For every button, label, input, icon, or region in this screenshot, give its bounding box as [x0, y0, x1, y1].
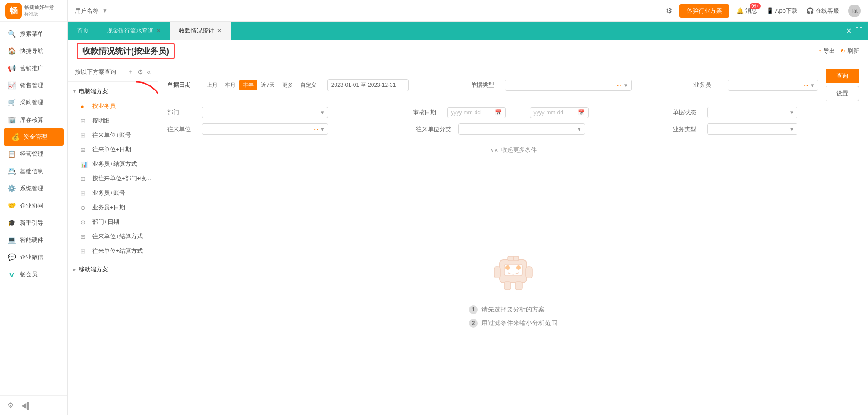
scheme-item-staff-account[interactable]: ⊞ 业务员+账号 [68, 186, 158, 200]
member-icon: V [7, 271, 16, 278]
review-date-from-input[interactable]: yyyy-mm-dd 📅 [447, 107, 506, 118]
home-icon: 🏠 [7, 47, 16, 55]
date-btn-7days[interactable]: 近7天 [257, 80, 278, 90]
scheme-item-staff-payment-label: 业务员+结算方式 [92, 160, 137, 168]
notification-area[interactable]: 🔔 消息 99+ [736, 7, 757, 15]
date-separator: 至 [361, 81, 366, 89]
sidebar-item-marketing[interactable]: 📢 营销推广 [0, 60, 67, 77]
bell-icon: 🔔 [736, 7, 744, 14]
bill-type-more-icon[interactable]: ··· [617, 82, 622, 89]
scheme-item-counterparty-date[interactable]: ⊞ 往来单位+日期 [68, 142, 158, 157]
empty-step-1: 1 请先选择要分析的方案 [469, 305, 557, 314]
review-date-dash: — [513, 109, 523, 116]
wechat-icon: 💬 [7, 253, 16, 261]
tab-receipt-stats-close-icon[interactable]: ✕ [217, 28, 222, 34]
sidebar-item-corp[interactable]: 🤝 企业协同 [0, 197, 67, 214]
scheme-settings-icon[interactable]: ⚙ [137, 68, 143, 75]
sidebar-item-finance[interactable]: 💰 资金管理 [4, 128, 64, 146]
logo-text: 畅捷通好生意 [24, 4, 54, 10]
page-actions: ↑ 导出 ↻ 刷新 [819, 47, 859, 55]
sidebar-item-member[interactable]: V 畅会员 [0, 266, 67, 283]
sidebar-item-quicknav[interactable]: 🏠 快捷导航 [0, 42, 67, 60]
chevron-right-icon: ▸ [73, 266, 76, 273]
scheme-item-counterparty-payment2[interactable]: ⊞ 往来单位+结算方式 [68, 244, 158, 258]
scheme-item-by-staff-label: 按业务员 [92, 102, 116, 110]
sidebar-item-wechat[interactable]: 💬 企业微信 [0, 249, 67, 266]
settings-bottom-icon[interactable]: ⚙ [7, 401, 14, 410]
refresh-button[interactable]: ↻ 刷新 [840, 47, 859, 55]
step-1-text: 请先选择要分析的方案 [481, 306, 545, 314]
mobile-scheme-header[interactable]: ▸ 移动端方案 [68, 262, 158, 277]
date-btn-this-month[interactable]: 本月 [221, 80, 239, 90]
tab-receipt-stats[interactable]: 收款情况统计 ✕ [170, 22, 231, 40]
sidebar-item-purchase-label: 采购管理 [20, 99, 43, 107]
sidebar-item-guide[interactable]: 🎓 新手引导 [0, 214, 67, 231]
scheme-item-staff-date[interactable]: ⊙ 业务员+日期 [68, 200, 158, 215]
scheme-item-staff-date-label: 业务员+日期 [92, 203, 125, 212]
collapse-sidebar-icon[interactable]: ◀‖ [21, 401, 30, 410]
counterparty-select[interactable]: ··· ▾ [202, 123, 328, 135]
tab-bank-flow[interactable]: 现金银行流水查询 ✕ [98, 22, 170, 40]
empty-illustration [486, 242, 540, 296]
desktop-scheme-header[interactable]: ▾ 电脑端方案 [68, 84, 158, 99]
online-service-btn[interactable]: 🎧 在线客服 [807, 7, 839, 15]
scheme-item-staff-payment[interactable]: 📊 业务员+结算方式 [68, 157, 158, 171]
sidebar-item-basic-label: 基础信息 [20, 167, 43, 175]
calendar-from-icon[interactable]: 📅 [495, 109, 502, 116]
scheme-item-detail[interactable]: ⊞ 按明细 [68, 113, 158, 128]
tab-fullscreen-icon[interactable]: ⛶ [855, 27, 863, 35]
date-btn-more[interactable]: 更多 [278, 80, 297, 90]
counterparty-category-select[interactable]: ▾ [458, 123, 585, 135]
counterparty-payment2-icon: ⊞ [80, 248, 90, 255]
query-button[interactable]: 查询 [826, 69, 859, 83]
staff-select[interactable]: ··· ▾ [728, 80, 818, 91]
staff-more-icon[interactable]: ··· [803, 82, 808, 89]
tab-home[interactable]: 首页 [68, 22, 98, 40]
date-field-label: 单据日期 [167, 81, 192, 89]
sidebar-item-system[interactable]: ⚙️ 系统管理 [0, 180, 67, 197]
collapse-bar[interactable]: ∧∧ 收起更多条件 [158, 141, 868, 159]
breadcrumb-dropdown-icon[interactable]: ▼ [102, 8, 108, 14]
query-btn-group: 查询 设置 [826, 69, 859, 101]
collapse-label: 收起更多条件 [501, 146, 537, 154]
scheme-item-dept-date[interactable]: ⊙ 部门+日期 [68, 215, 158, 229]
sidebar-item-operation[interactable]: 📋 经营管理 [0, 146, 67, 163]
tab-bank-flow-close-icon[interactable]: ✕ [156, 28, 161, 34]
sidebar-item-inventory[interactable]: 🏢 库存核算 [0, 111, 67, 128]
dept-select[interactable]: ▾ [202, 107, 328, 118]
scheme-item-counterparty-account-label: 往来单位+账号 [92, 131, 131, 139]
scheme-item-counterparty-dept[interactable]: ⊞ 按往来单位+部门+收... [68, 171, 158, 186]
sidebar-item-basic[interactable]: 📇 基础信息 [0, 163, 67, 180]
sidebar: 畅 畅捷通好生意 标准版 🔍 搜索菜单 🏠 快捷导航 📢 营销推广 📈 销售管理… [0, 0, 68, 415]
sidebar-item-purchase[interactable]: 🛒 采购管理 [0, 94, 67, 111]
export-label: 导出 [823, 47, 835, 55]
collapse-panel-icon[interactable]: « [147, 68, 151, 75]
counterparty-more-icon[interactable]: ··· [313, 126, 318, 132]
sidebar-item-sales[interactable]: 📈 销售管理 [0, 77, 67, 94]
sidebar-bottom: ⚙ ◀‖ [0, 395, 67, 415]
business-type-select[interactable]: ▾ [707, 123, 797, 135]
calendar-to-icon[interactable]: 📅 [578, 109, 585, 116]
scheme-item-counterparty-account[interactable]: ⊞ 往来单位+账号 [68, 128, 158, 142]
date-btn-this-year[interactable]: 本年 [239, 80, 257, 90]
tab-close-all-icon[interactable]: ✕ [846, 27, 852, 35]
gear-settings-icon[interactable]: ⚙ [666, 6, 672, 15]
set-button[interactable]: 设置 [826, 86, 859, 101]
scheme-item-counterparty-payment1[interactable]: ⊞ 往来单位+结算方式 [68, 229, 158, 244]
trial-button[interactable]: 体验行业方案 [679, 4, 729, 18]
date-range-input[interactable]: 2023-01-01 至 2023-12-31 [327, 79, 409, 91]
bill-type-select[interactable]: ··· ▾ [505, 80, 632, 91]
user-avatar[interactable]: Rit [848, 5, 861, 17]
review-date-to-input[interactable]: yyyy-mm-dd 📅 [530, 107, 589, 118]
app-download-btn[interactable]: 📱 App下载 [766, 7, 797, 15]
date-btn-custom[interactable]: 自定义 [297, 80, 320, 90]
export-button[interactable]: ↑ 导出 [819, 47, 835, 55]
date-btn-last-month[interactable]: 上月 [203, 80, 221, 90]
sidebar-item-hardware[interactable]: 💻 智能硬件 [0, 231, 67, 249]
add-scheme-icon[interactable]: ＋ [127, 68, 134, 76]
counterparty-category-dropdown-icon: ▾ [578, 126, 581, 132]
scheme-item-staff-account-label: 业务员+账号 [92, 189, 125, 197]
scheme-item-by-staff[interactable]: ● 按业务员 [68, 99, 158, 113]
bill-status-select[interactable]: ▾ [707, 107, 797, 118]
sidebar-item-search[interactable]: 🔍 搜索菜单 [0, 25, 67, 42]
